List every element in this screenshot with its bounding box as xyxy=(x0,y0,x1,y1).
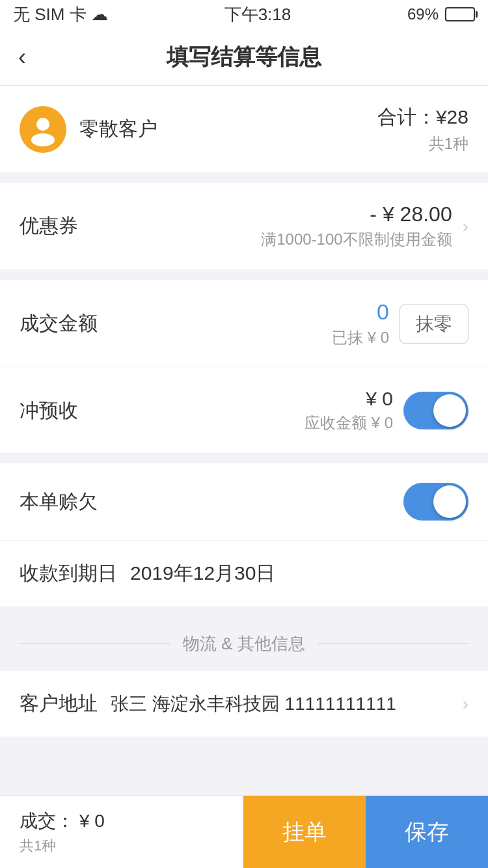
total-amount: 合计：¥28 xyxy=(377,104,468,131)
svg-point-0 xyxy=(36,118,49,131)
logistics-line-left xyxy=(20,644,170,644)
status-bar: 无 SIM 卡 ☁ 下午3:18 69% xyxy=(0,0,488,29)
address-value: 张三 海淀永丰科技园 11111111111 xyxy=(111,692,463,716)
logistics-title: 物流 & 其他信息 xyxy=(183,632,305,655)
bottom-summary: 成交： ¥ 0 共1种 xyxy=(0,809,243,856)
transaction-label: 成交金额 xyxy=(20,310,98,337)
customer-row: 零散客户 合计：¥28 共1种 xyxy=(0,86,488,172)
coupon-amount: - ¥ 28.00 xyxy=(261,202,452,226)
bottom-transaction: 成交： ¥ 0 xyxy=(20,809,224,834)
coupon-desc: 满1000-100不限制使用金额 xyxy=(261,229,452,250)
advance-right: ¥ 0 应收金额 ¥ 0 xyxy=(305,388,468,433)
debt-section: 本单赊欠 收款到期日 2019年12月30日 xyxy=(0,463,488,606)
address-chevron-icon: › xyxy=(463,694,468,714)
coupon-row[interactable]: 优惠券 - ¥ 28.00 满1000-100不限制使用金额 › xyxy=(0,183,488,269)
advance-row: 冲预收 ¥ 0 应收金额 ¥ 0 xyxy=(0,368,488,453)
address-row[interactable]: 客户地址 张三 海淀永丰科技园 11111111111 › xyxy=(0,671,488,737)
status-time: 下午3:18 xyxy=(224,3,291,26)
back-button[interactable]: ‹ xyxy=(18,44,26,71)
transaction-right: 0 已抹 ¥ 0 抹零 xyxy=(332,299,468,348)
coupon-right: - ¥ 28.00 满1000-100不限制使用金额 › xyxy=(261,202,468,250)
coupon-label: 优惠券 xyxy=(20,213,78,239)
logistics-header: 物流 & 其他信息 xyxy=(0,617,488,671)
total-count: 共1种 xyxy=(377,133,468,154)
debt-label: 本单赊欠 xyxy=(20,489,98,515)
address-label: 客户地址 xyxy=(20,690,98,717)
logistics-line-right xyxy=(318,644,468,644)
advance-toggle-knob xyxy=(433,394,466,427)
debt-row: 本单赊欠 xyxy=(0,463,488,540)
content: 零散客户 合计：¥28 共1种 优惠券 - ¥ 28.00 满1000-100不… xyxy=(0,86,488,868)
page-title: 填写结算等信息 xyxy=(167,42,321,72)
advance-receivable: 应收金额 ¥ 0 xyxy=(305,413,393,433)
advance-amount: ¥ 0 xyxy=(305,388,393,410)
save-button[interactable]: 保存 xyxy=(366,796,488,869)
svg-point-1 xyxy=(31,133,55,146)
hang-order-button[interactable]: 挂单 xyxy=(243,796,366,869)
debt-toggle[interactable] xyxy=(403,483,468,521)
nav-bar: ‹ 填写结算等信息 xyxy=(0,29,488,86)
due-date-value: 2019年12月30日 xyxy=(130,560,275,587)
transaction-section: 成交金额 0 已抹 ¥ 0 抹零 冲预收 ¥ 0 应收金额 ¥ 0 xyxy=(0,280,488,453)
already-rounded-text: 已抹 ¥ 0 xyxy=(332,327,389,348)
coupon-section: 优惠券 - ¥ 28.00 满1000-100不限制使用金额 › xyxy=(0,183,488,269)
bottom-count: 共1种 xyxy=(20,836,224,856)
status-left: 无 SIM 卡 ☁ xyxy=(13,3,108,26)
advance-value-area: ¥ 0 应收金额 ¥ 0 xyxy=(305,388,393,433)
transaction-value-area: 0 已抹 ¥ 0 xyxy=(332,299,389,348)
round-zero-button[interactable]: 抹零 xyxy=(400,305,468,344)
address-section: 客户地址 张三 海淀永丰科技园 11111111111 › xyxy=(0,671,488,737)
coupon-chevron-icon: › xyxy=(463,216,468,237)
transaction-row: 成交金额 0 已抹 ¥ 0 抹零 xyxy=(0,280,488,368)
status-right: 69% xyxy=(407,5,475,23)
bottom-transaction-value: ¥ 0 xyxy=(79,811,105,832)
coupon-value: - ¥ 28.00 满1000-100不限制使用金额 xyxy=(261,202,452,250)
customer-name: 零散客户 xyxy=(79,116,157,142)
customer-left: 零散客户 xyxy=(20,106,157,153)
advance-label: 冲预收 xyxy=(20,398,78,424)
due-date-row: 收款到期日 2019年12月30日 xyxy=(0,540,488,606)
battery-percent: 69% xyxy=(407,5,439,23)
avatar xyxy=(20,106,66,153)
bottom-bar: 成交： ¥ 0 共1种 挂单 保存 xyxy=(0,795,488,868)
sim-label: 无 SIM 卡 ☁ xyxy=(13,3,108,26)
debt-toggle-knob xyxy=(433,485,466,518)
advance-toggle[interactable] xyxy=(403,392,468,429)
battery-icon xyxy=(445,7,475,21)
due-date-label: 收款到期日 xyxy=(20,560,117,587)
bottom-transaction-label: 成交： xyxy=(20,809,74,834)
customer-right: 合计：¥28 共1种 xyxy=(377,104,468,154)
user-icon xyxy=(26,113,60,146)
transaction-value: 0 xyxy=(332,299,389,325)
